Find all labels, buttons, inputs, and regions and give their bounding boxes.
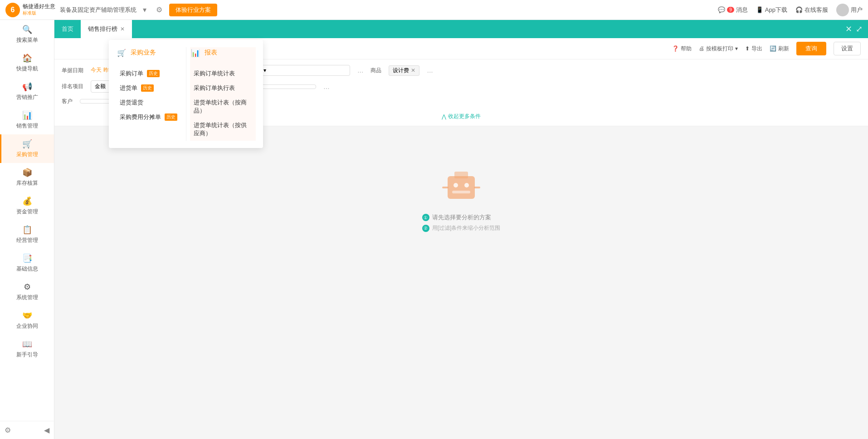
- sidebar-item-finance[interactable]: 💰 资金管理: [0, 192, 54, 220]
- messages-btn[interactable]: 💬 9 消息: [718, 6, 748, 14]
- sidebar-item-quick-nav[interactable]: 🏠 快捷导航: [0, 49, 54, 77]
- report-col-header: 📊 报表: [190, 47, 256, 61]
- topbar: 6 畅捷通好生意 标准版 装备及固定资产辅助管理系统 ▾ ⚙ 体验行业方案 💬 …: [0, 0, 868, 20]
- purchase-col-icon: 🛒: [116, 47, 127, 58]
- help-btn[interactable]: ❓ 帮助: [672, 45, 692, 53]
- avatar: [836, 4, 849, 16]
- dropdown-item-purchase-order-stat[interactable]: 采购订单统计表: [190, 66, 256, 81]
- empty-hint-2: 用[过滤]条件来缩小分析范围: [432, 224, 501, 232]
- user-btn[interactable]: 用户: [836, 4, 863, 16]
- goods-tag-close[interactable]: ✕: [411, 67, 415, 74]
- search-menu-icon: 🔍: [22, 25, 32, 35]
- voucher-status-dots[interactable]: ...: [357, 66, 363, 74]
- sidebar-label-enterprise: 企业协同: [16, 322, 38, 330]
- quick-nav-icon: 🏠: [22, 53, 32, 63]
- sidebar-item-search-menu[interactable]: 🔍 搜索菜单: [0, 20, 54, 49]
- sidebar-label-system: 系统管理: [16, 294, 38, 301]
- empty-hint-2-row: ② 用[过滤]条件来缩小分析范围: [422, 224, 501, 232]
- sidebar-settings-btn[interactable]: ⚙: [5, 426, 11, 434]
- help-label: 帮助: [681, 45, 692, 53]
- industry-btn[interactable]: 体验行业方案: [169, 4, 217, 16]
- enterprise-icon: 🤝: [22, 311, 32, 321]
- refresh-btn[interactable]: 🔄 刷新: [770, 45, 789, 53]
- sidebar-item-sales[interactable]: 📊 销售管理: [0, 106, 54, 134]
- message-icon: 💬: [718, 6, 725, 13]
- hint2-num: ②: [422, 225, 429, 232]
- guide-icon: 📖: [22, 339, 32, 349]
- print-icon: 🖨: [699, 45, 704, 52]
- sidebar-label-search-menu: 搜索菜单: [16, 36, 38, 44]
- empty-illustration: [434, 163, 488, 208]
- dropdown-item-inbound-stat-goods[interactable]: 进货单统计表（按商品）: [190, 95, 256, 118]
- sidebar-item-inventory[interactable]: 📦 库存核算: [0, 163, 54, 192]
- logo-area: 6 畅捷通好生意 标准版: [5, 3, 60, 17]
- sidebar-item-operation[interactable]: 📋 经营管理: [0, 220, 54, 249]
- rank-value: 金额: [95, 83, 106, 90]
- sidebar-label-operation: 经营管理: [16, 237, 38, 244]
- sidebar-item-enterprise[interactable]: 🤝 企业协同: [0, 306, 54, 335]
- sidebar-label-basic-info: 基础信息: [16, 265, 38, 273]
- dropdown-item-return[interactable]: 进货退货: [116, 95, 182, 110]
- goods-tag-text: 设计费: [393, 67, 409, 74]
- marketing-icon: 📢: [22, 82, 32, 92]
- sidebar-item-purchase[interactable]: 🛒 采购管理: [0, 134, 54, 163]
- export-icon: ⬆: [745, 45, 750, 52]
- report-col-icon: 📊: [190, 47, 201, 58]
- dropdown-item-inbound[interactable]: 进货单 历史: [116, 81, 182, 95]
- query-btn[interactable]: 查询: [796, 42, 826, 55]
- tab-close-action[interactable]: ✕: [845, 24, 852, 34]
- print-label: 按模板打印: [706, 45, 733, 53]
- system-dropdown-icon[interactable]: ▾: [140, 5, 149, 15]
- empty-hint-1: 请先选择要分析的方案: [432, 213, 491, 222]
- svg-rect-1: [454, 172, 468, 178]
- customer-label: 客户: [62, 98, 73, 105]
- voucher-status-chevron: ▾: [263, 67, 266, 74]
- help-icon: ❓: [672, 45, 679, 52]
- tab-close-btn[interactable]: ✕: [120, 26, 125, 32]
- quick-date-today[interactable]: 今天: [91, 66, 102, 74]
- tab-sales-ranking[interactable]: 销售排行榜 ✕: [81, 20, 132, 38]
- tab-home-label: 首页: [62, 25, 73, 33]
- message-count-badge: 9: [727, 7, 734, 13]
- sidebar-label-inventory: 库存核算: [16, 179, 38, 187]
- export-label: 导出: [751, 45, 762, 53]
- goods-tag[interactable]: 设计费 ✕: [389, 65, 419, 76]
- goods-dots[interactable]: ...: [427, 66, 433, 74]
- rank-label: 排名项目: [62, 83, 83, 90]
- topbar-settings-icon[interactable]: ⚙: [153, 4, 166, 16]
- sidebar-item-basic-info[interactable]: 📑 基础信息: [0, 249, 54, 277]
- sidebar-item-system[interactable]: ⚙ 系统管理: [0, 277, 54, 306]
- dropdown-item-inbound-stat-supplier[interactable]: 进货单统计表（按供应商）: [190, 118, 256, 141]
- main-layout: 🔍 搜索菜单 🏠 快捷导航 📢 营销推广 📊 销售管理 🛒 采购管理 📦 库存核…: [0, 20, 868, 439]
- svg-rect-4: [452, 191, 470, 193]
- tab-bar: 首页 销售排行榜 ✕ ✕ ⤢: [54, 20, 868, 38]
- export-btn[interactable]: ⬆ 导出: [745, 45, 762, 53]
- operation-icon: 📋: [22, 225, 32, 235]
- dropdown-item-expense[interactable]: 采购费用分摊单 历史: [116, 110, 182, 124]
- active-bar: [0, 134, 1, 163]
- online-service-btn[interactable]: 🎧 在线客服: [795, 6, 828, 14]
- hist-badge-expense: 历史: [165, 113, 177, 121]
- tab-home[interactable]: 首页: [54, 20, 81, 38]
- voucher-status-select[interactable]: ▾: [259, 65, 350, 76]
- content-area: 首页 销售排行榜 ✕ ✕ ⤢ ❓ 帮助 🖨 按模板打印 ▾: [54, 20, 868, 439]
- salesman-dots[interactable]: ...: [323, 83, 329, 91]
- sidebar-collapse-btn[interactable]: ◀: [44, 426, 49, 434]
- finance-icon: 💰: [22, 196, 32, 206]
- goods-label: 商品: [371, 67, 381, 74]
- print-template-btn[interactable]: 🖨 按模板打印 ▾: [699, 45, 738, 53]
- app-download-btn[interactable]: 📱 App下载: [756, 6, 787, 14]
- dropdown-item-purchase-order[interactable]: 采购订单 历史: [116, 66, 182, 81]
- report-col: 📊 报表 采购订单统计表 采购订单执行表 进货单统计表（按商品） 进货单统计表（…: [190, 47, 256, 141]
- sales-icon: 📊: [22, 110, 32, 120]
- dropdown-item-purchase-order-exec[interactable]: 采购订单执行表: [190, 81, 256, 95]
- tab-expand-action[interactable]: ⤢: [856, 24, 863, 34]
- sidebar-item-guide[interactable]: 📖 新手引导: [0, 335, 54, 363]
- sidebar-item-marketing[interactable]: 📢 营销推广: [0, 77, 54, 106]
- logo-sub: 标准版: [23, 10, 55, 16]
- settings-btn[interactable]: 设置: [834, 42, 861, 55]
- sidebar-label-finance: 资金管理: [16, 208, 38, 216]
- tab-sales-ranking-label: 销售排行榜: [88, 25, 117, 33]
- report-col-title: 报表: [205, 49, 217, 57]
- sidebar-label-marketing: 营销推广: [16, 94, 38, 101]
